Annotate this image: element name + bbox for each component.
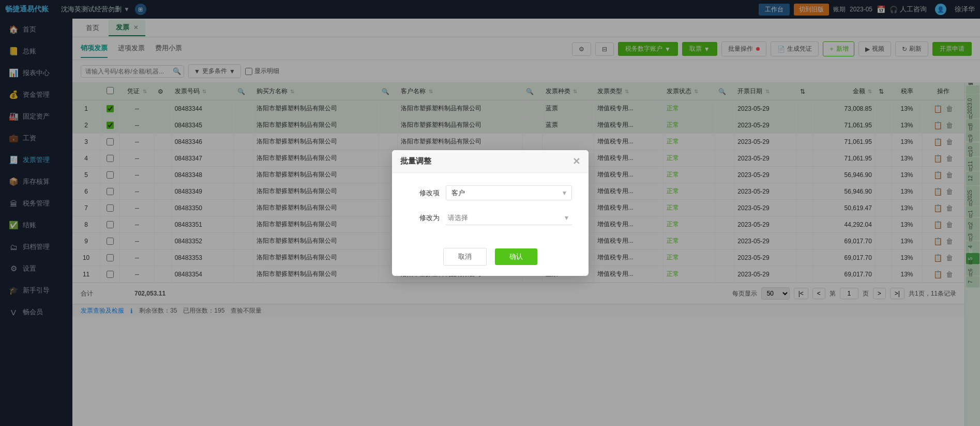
dialog-title: 批量调整: [400, 156, 431, 166]
batch-adjust-dialog: 批量调整 ✕ 修改项 客户 ▼ 修改为 ▼ 取: [392, 150, 589, 276]
dialog-input-wrap[interactable]: ▼: [446, 211, 572, 225]
confirm-btn[interactable]: 确认: [495, 248, 537, 265]
dialog-select-wrap-1[interactable]: 客户 ▼: [446, 185, 572, 200]
dialog-field-1: 修改项 客户 ▼: [409, 185, 572, 200]
dialog-close-btn[interactable]: ✕: [572, 157, 580, 166]
dialog-input-2[interactable]: [446, 211, 572, 225]
dialog-footer: 取消 确认: [392, 244, 589, 276]
dialog-body: 修改项 客户 ▼ 修改为 ▼: [392, 173, 589, 244]
dialog-header: 批量调整 ✕: [392, 150, 589, 173]
cancel-btn[interactable]: 取消: [443, 248, 487, 266]
dialog-select-1[interactable]: 客户: [446, 185, 572, 200]
dialog-label-1: 修改项: [409, 188, 440, 198]
dialog-label-2: 修改为: [409, 213, 440, 223]
dialog-overlay[interactable]: 批量调整 ✕ 修改项 客户 ▼ 修改为 ▼ 取: [0, 0, 980, 426]
chevron-down-icon: ▼: [564, 214, 570, 222]
dialog-field-2: 修改为 ▼: [409, 211, 572, 225]
